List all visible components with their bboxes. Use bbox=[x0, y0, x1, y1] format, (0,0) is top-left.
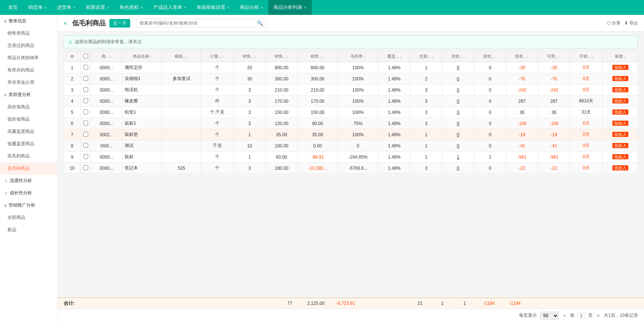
row-check[interactable] bbox=[80, 73, 91, 85]
per-page-select[interactable]: 50 20 100 bbox=[540, 312, 559, 320]
sidebar-group-liquidity[interactable]: ＞ 流通性分析 bbox=[0, 175, 57, 187]
row-current-stock: -76 bbox=[506, 73, 538, 85]
sidebar-item-high-value[interactable]: 高价值商品 bbox=[0, 101, 57, 113]
th-tag[interactable]: 标签↕ bbox=[603, 51, 638, 62]
close-icon[interactable]: × bbox=[107, 5, 109, 10]
row-check[interactable] bbox=[80, 62, 91, 73]
search-input[interactable] bbox=[140, 20, 257, 26]
sidebar-item-high-coverage[interactable]: 高覆盖度商品 bbox=[0, 125, 57, 138]
row-check[interactable] bbox=[80, 140, 91, 152]
th-unit[interactable]: 计量...↕ bbox=[201, 51, 234, 62]
row-browse1[interactable]: 0 bbox=[442, 163, 474, 174]
row-code: 0000... bbox=[91, 73, 122, 85]
row-check[interactable] bbox=[80, 118, 91, 129]
close-icon[interactable]: × bbox=[304, 5, 306, 10]
nav-product-analysis[interactable]: 商品分析 × bbox=[235, 0, 268, 15]
sidebar-group-growth[interactable]: ＞ 成长性分析 bbox=[0, 187, 57, 199]
sidebar-item-high-margin[interactable]: 高毛利商品 bbox=[0, 150, 57, 162]
nav-product-analysis-list[interactable]: 商品分析列表 × bbox=[268, 0, 311, 15]
row-name: 属性定价 bbox=[122, 62, 162, 73]
close-icon[interactable]: × bbox=[73, 5, 75, 10]
th-sales-qty[interactable]: 销售...↕ bbox=[234, 51, 266, 62]
th-coverage[interactable]: 覆盖...↕ bbox=[378, 51, 410, 62]
th-browse2[interactable]: 浏览...↕ bbox=[474, 51, 506, 62]
th-check[interactable] bbox=[80, 51, 91, 62]
row-browse1[interactable]: 0 bbox=[442, 73, 474, 85]
sidebar-item-traded-products[interactable]: 交易过的商品 bbox=[0, 39, 57, 52]
collapse-sidebar-button[interactable]: « bbox=[64, 20, 67, 26]
th-saleable[interactable]: 可销...↕ bbox=[570, 51, 603, 62]
row-browse1[interactable]: 0 bbox=[442, 140, 474, 152]
nav-product-entry[interactable]: 产成品入库单 × bbox=[148, 0, 191, 15]
sidebar-item-low-value[interactable]: 低价值商品 bbox=[0, 113, 57, 125]
row-browse1[interactable]: 0 bbox=[442, 85, 474, 96]
th-sales-amount[interactable]: 销售...↕ bbox=[298, 51, 338, 62]
th-browse1[interactable]: 浏览...↕ bbox=[442, 51, 474, 62]
th-settings[interactable]: ⚙ bbox=[64, 51, 81, 62]
sidebar-item-sales-products[interactable]: 销售类商品 bbox=[0, 27, 57, 39]
row-browse1[interactable]: 0 bbox=[442, 118, 474, 129]
per-page-label: 每页显示 bbox=[519, 312, 537, 319]
row-gross-rate: 100% bbox=[338, 96, 378, 107]
main-content: « 低毛利商品 近一月 🔍 ⬡ 分享 ⬇ 导出 ⚠ 这部分商品的利润非常低， bbox=[58, 15, 644, 322]
nav-template-settings[interactable]: 单据模板设置 × bbox=[191, 0, 234, 15]
page-prefix: 第 bbox=[570, 312, 574, 319]
next-page-button[interactable]: ＞ bbox=[596, 312, 601, 319]
row-available: -76 bbox=[538, 73, 570, 85]
export-button[interactable]: ⬇ 导出 bbox=[624, 20, 638, 26]
sidebar-item-low-coverage[interactable]: 低覆盖度商品 bbox=[0, 138, 57, 150]
th-code[interactable]: 商...↕ bbox=[91, 51, 122, 62]
row-browse1[interactable]: 0 bbox=[442, 129, 474, 140]
select-all-checkbox[interactable] bbox=[83, 54, 88, 58]
nav-sales-order[interactable]: 销货单 × bbox=[23, 0, 52, 15]
share-button[interactable]: ⬡ 分享 bbox=[607, 20, 621, 26]
th-trade[interactable]: 交易...↕ bbox=[410, 51, 442, 62]
row-browse1[interactable]: 0 bbox=[442, 107, 474, 118]
close-icon[interactable]: × bbox=[227, 5, 229, 10]
row-check[interactable] bbox=[80, 96, 91, 107]
row-code: 0000... bbox=[91, 163, 122, 174]
row-trade: 1 bbox=[410, 140, 442, 152]
row-sales-price: 800.00 bbox=[266, 62, 298, 73]
nav-permissions[interactable]: 权限设置 × bbox=[81, 0, 114, 15]
top-navigation: 首页 销货单 × 进货单 × 权限设置 × 角色授权 × 产成品入库单 × 单据… bbox=[0, 0, 644, 15]
prev-page-button[interactable]: ＜ bbox=[562, 312, 567, 319]
sidebar-item-new-products[interactable]: 新品 bbox=[0, 224, 57, 236]
sidebar-group-overall[interactable]: ∨ 整体信息 bbox=[0, 15, 57, 27]
row-coverage: 1.49% bbox=[378, 96, 410, 107]
sidebar-item-category-rate[interactable]: 商品分类助销率 bbox=[0, 52, 57, 64]
row-tag: 低收入 bbox=[603, 129, 638, 140]
table-wrap[interactable]: ⚙ 商...↕ 商品名称↕ 规格...↕ 计量...↕ 销售...↕ 销售...… bbox=[58, 51, 644, 297]
th-gross-rate[interactable]: 毛利率↕ bbox=[338, 51, 378, 62]
sidebar-group-cluster[interactable]: ∨ 类群度分析 bbox=[0, 89, 57, 101]
sidebar-group-marketing[interactable]: ∨ 营销推广分析 bbox=[0, 199, 57, 211]
row-check[interactable] bbox=[80, 85, 91, 96]
close-icon[interactable]: × bbox=[140, 5, 142, 10]
th-current-stock[interactable]: 现有...↕ bbox=[506, 51, 538, 62]
row-gross-rate: 0 bbox=[338, 140, 378, 152]
row-check[interactable] bbox=[80, 163, 91, 174]
row-check[interactable] bbox=[80, 152, 91, 163]
footer-cell bbox=[156, 301, 182, 306]
nav-purchase-order[interactable]: 进货单 × bbox=[52, 0, 80, 15]
sidebar-item-stock-funds[interactable]: 库存资金占用 bbox=[0, 76, 57, 89]
close-icon[interactable]: × bbox=[261, 5, 263, 10]
row-check[interactable] bbox=[80, 107, 91, 118]
row-browse1[interactable]: 0 bbox=[442, 62, 474, 73]
close-icon[interactable]: × bbox=[184, 5, 186, 10]
th-sales-price[interactable]: 销售...↕ bbox=[266, 51, 298, 62]
th-available[interactable]: 可用...↕ bbox=[538, 51, 570, 62]
nav-home[interactable]: 首页 bbox=[3, 0, 23, 15]
row-browse1[interactable]: 1 bbox=[442, 152, 474, 163]
row-check[interactable] bbox=[80, 129, 91, 140]
sidebar-item-in-stock[interactable]: 有库存的商品 bbox=[0, 64, 57, 76]
row-sales-amount: 0.00 bbox=[298, 140, 338, 152]
th-spec[interactable]: 规格...↕ bbox=[162, 51, 201, 62]
sidebar-item-all-products[interactable]: 全部商品 bbox=[0, 211, 57, 224]
close-icon[interactable]: × bbox=[44, 5, 47, 10]
th-name[interactable]: 商品名称↕ bbox=[122, 51, 162, 62]
row-browse1[interactable]: 0 bbox=[442, 96, 474, 107]
sidebar-item-low-margin[interactable]: 低毛利商品 bbox=[0, 162, 57, 175]
period-button[interactable]: 近一月 bbox=[109, 19, 130, 28]
nav-role-auth[interactable]: 角色授权 × bbox=[114, 0, 148, 15]
